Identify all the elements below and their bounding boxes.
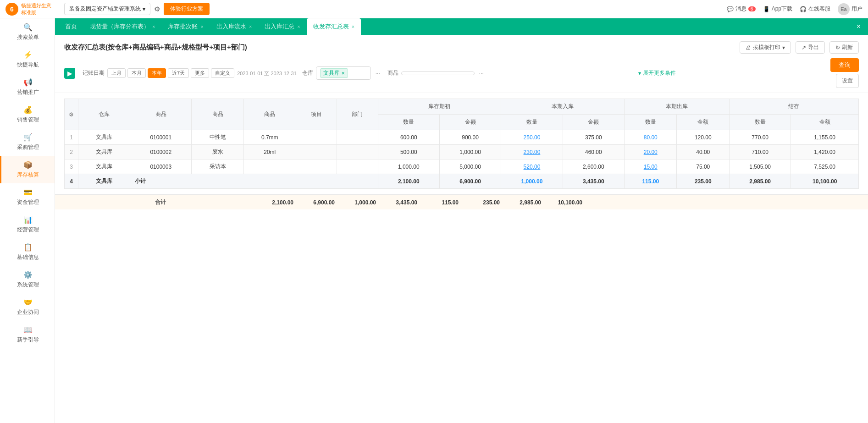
row-in-qty[interactable]: 520.00 bbox=[501, 159, 563, 174]
row-no: 3 bbox=[65, 159, 78, 174]
col-settings[interactable]: ⚙ bbox=[65, 99, 78, 130]
filter-toggle-button[interactable]: ▶ bbox=[64, 68, 75, 79]
chevron-down-icon: ▾ bbox=[143, 6, 145, 12]
tab-stock-dist[interactable]: 现货量（库存分布表） × bbox=[83, 18, 161, 35]
table-row: 3 文具库 0100003 采访本 1,000.00 5,000.00 520.… bbox=[65, 159, 859, 174]
top-bar-right: 💬 消息 6 📱 App下载 🎧 在线客服 Ea 用户 bbox=[727, 3, 862, 15]
row-no: 1 bbox=[65, 130, 78, 145]
refresh-button[interactable]: ↻ 刷新 bbox=[829, 41, 859, 54]
warehouse-label: 仓库 bbox=[302, 69, 313, 77]
user-item[interactable]: Ea 用户 bbox=[838, 3, 862, 15]
sidebar-item-search[interactable]: 🔍 搜索菜单 bbox=[0, 18, 55, 46]
sidebar-item-basic[interactable]: 📋 基础信息 bbox=[0, 238, 55, 266]
sidebar-item-marketing[interactable]: 📢 营销推广 bbox=[0, 73, 55, 101]
tab-recv-send-summary[interactable]: 收发存汇总表 × bbox=[307, 18, 361, 35]
expand-area: ▾ 展开更多条件 bbox=[491, 69, 823, 77]
chevron-down-icon-print: ▾ bbox=[782, 44, 785, 51]
warehouse-ellipsis[interactable]: ··· bbox=[374, 70, 382, 77]
print-template-button[interactable]: 🖨 拔模板打印 ▾ bbox=[740, 41, 791, 54]
table-row: 1 文具库 0100001 中性笔 0.7mm 600.00 900.00 25… bbox=[65, 130, 859, 145]
col-balance-qty-header: 数量 bbox=[729, 115, 791, 130]
sidebar-item-inventory[interactable]: 📦 库存核算 bbox=[0, 156, 55, 183]
warehouse-field[interactable]: 文具库 × bbox=[316, 66, 371, 80]
date-btn-this-month[interactable]: 本月 bbox=[127, 68, 146, 78]
row-balance-qty: 770.00 bbox=[729, 130, 791, 145]
tab-home[interactable]: 首页 bbox=[59, 18, 83, 35]
footer-in-qty: 1,000.00 bbox=[339, 199, 381, 206]
message-item[interactable]: 💬 消息 6 bbox=[727, 5, 756, 13]
col-product-spec-header: 商品 bbox=[243, 99, 296, 130]
enterprise-icon: 🤝 bbox=[23, 298, 33, 307]
subtotal-in-qty[interactable]: 1,000.00 bbox=[501, 174, 563, 189]
sidebar-item-purchase[interactable]: 🛒 采购管理 bbox=[0, 128, 55, 156]
system-selector[interactable]: 装备及固定资产辅助管理系统 ▾ bbox=[64, 3, 150, 15]
date-btn-more[interactable]: 更多 bbox=[191, 68, 209, 78]
col-out-header: 本期出库 bbox=[625, 99, 730, 115]
tab-inout-flow[interactable]: 出入库流水 × bbox=[210, 18, 258, 35]
row-out-qty[interactable]: 20.00 bbox=[625, 145, 677, 159]
row-in-amt: 375.00 bbox=[563, 130, 624, 145]
row-out-qty[interactable]: 80.00 bbox=[625, 130, 677, 145]
product-label: 商品 bbox=[387, 69, 398, 77]
row-in-qty[interactable]: 230.00 bbox=[501, 145, 563, 159]
col-product-name-header: 商品 bbox=[192, 99, 243, 130]
row-out-qty[interactable]: 15.00 bbox=[625, 159, 677, 174]
row-opening-amt: 5,000.00 bbox=[439, 159, 501, 174]
sidebar-item-sales[interactable]: 💰 销售管理 bbox=[0, 101, 55, 128]
expand-conditions-button[interactable]: ▾ 展开更多条件 bbox=[638, 69, 676, 77]
online-service-item[interactable]: 🎧 在线客服 bbox=[800, 5, 830, 13]
query-button[interactable]: 查询 bbox=[830, 58, 859, 72]
tab-close-recv-send-summary[interactable]: × bbox=[352, 24, 354, 29]
row-balance-qty: 1,505.00 bbox=[729, 159, 791, 174]
date-btn-custom[interactable]: 自定义 bbox=[211, 68, 234, 78]
operation-icon: 📊 bbox=[23, 215, 33, 224]
page-actions: 🖨 拔模板打印 ▾ ↗ 导出 ↻ 刷新 bbox=[740, 41, 859, 54]
tab-close-batch[interactable]: × bbox=[200, 24, 203, 29]
marketing-icon: 📢 bbox=[23, 78, 33, 87]
warehouse-tag-close[interactable]: × bbox=[342, 70, 345, 77]
row-product-name: 中性笔 bbox=[192, 130, 243, 145]
col-product-code-header: 商品 bbox=[130, 99, 192, 130]
tab-close-inout-flow[interactable]: × bbox=[249, 24, 252, 29]
col-dept-header: 部门 bbox=[337, 99, 378, 130]
date-btn-last-7[interactable]: 近7天 bbox=[168, 68, 189, 78]
row-in-qty[interactable]: 250.00 bbox=[501, 130, 563, 145]
row-product-code: 0100002 bbox=[130, 145, 192, 159]
tab-close-inout-summary[interactable]: × bbox=[297, 24, 300, 29]
row-project bbox=[296, 145, 337, 159]
sidebar-item-enterprise[interactable]: 🤝 企业协同 bbox=[0, 293, 55, 321]
purchase-icon: 🛒 bbox=[23, 133, 33, 142]
sidebar-item-system[interactable]: ⚙️ 系统管理 bbox=[0, 266, 55, 293]
sidebar-item-operation[interactable]: 📊 经营管理 bbox=[0, 211, 55, 238]
row-out-amt: 75.00 bbox=[677, 159, 729, 174]
date-btn-this-year[interactable]: 本年 bbox=[148, 68, 166, 78]
footer-opening-qty: 2,100.00 bbox=[257, 199, 298, 206]
row-dept bbox=[337, 159, 378, 174]
row-product-spec: 20ml bbox=[243, 145, 296, 159]
sidebar-item-quick[interactable]: ⚡ 快捷导航 bbox=[0, 46, 55, 73]
sidebar-item-newbie[interactable]: 📖 新手引导 bbox=[0, 321, 55, 348]
subtotal-label: 小计 bbox=[130, 174, 378, 189]
footer-out-qty: 115.00 bbox=[422, 199, 463, 206]
row-project bbox=[296, 130, 337, 145]
newbie-icon: 📖 bbox=[23, 325, 33, 334]
subtotal-out-qty[interactable]: 115.00 bbox=[625, 174, 677, 189]
product-ellipsis[interactable]: ··· bbox=[477, 70, 486, 77]
tab-inout-summary[interactable]: 出入库汇总 × bbox=[258, 18, 306, 35]
tab-close-stock-dist[interactable]: × bbox=[152, 24, 155, 29]
tab-bar-close-button[interactable]: × bbox=[853, 22, 864, 31]
row-project bbox=[296, 159, 337, 174]
settings-icon[interactable]: ⚙ bbox=[154, 5, 160, 13]
settings-button[interactable]: 设置 bbox=[836, 74, 859, 88]
date-btn-last-month[interactable]: 上月 bbox=[107, 68, 126, 78]
product-field[interactable] bbox=[401, 71, 475, 75]
tab-batch[interactable]: 库存批次账 × bbox=[161, 18, 210, 35]
filter-product-group: 商品 ··· bbox=[387, 69, 486, 77]
main-content: 首页 现货量（库存分布表） × 库存批次账 × 出入库流水 × 出入库汇总 × … bbox=[55, 18, 868, 423]
sidebar-item-finance[interactable]: 💳 资金管理 bbox=[0, 183, 55, 211]
row-product-name: 采访本 bbox=[192, 159, 243, 174]
experience-button[interactable]: 体验行业方案 bbox=[164, 3, 210, 15]
app-download-item[interactable]: 📱 App下载 bbox=[763, 5, 792, 13]
table-settings-icon[interactable]: ⚙ bbox=[69, 111, 74, 118]
export-button[interactable]: ↗ 导出 bbox=[796, 41, 825, 54]
